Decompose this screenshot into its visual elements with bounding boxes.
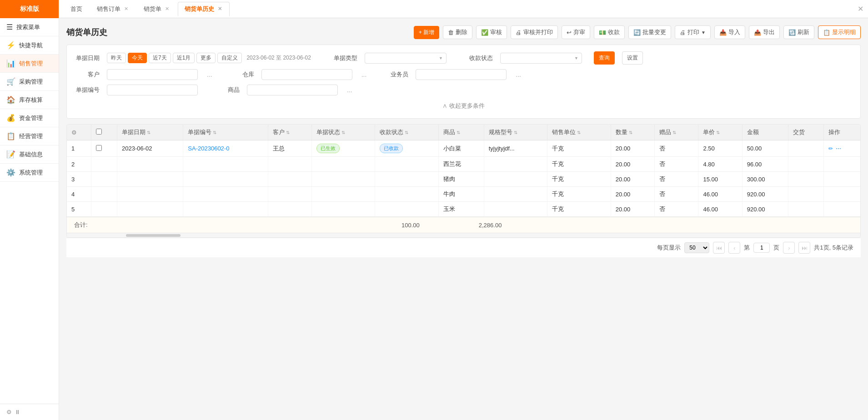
doc-type-select[interactable] [365, 53, 447, 64]
sidebar-settings-icon[interactable]: ⚙ [6, 409, 12, 415]
delete-button[interactable]: 🗑 删除 [443, 25, 472, 39]
sidebar-item-sys-mgmt[interactable]: ⚙️ 系统管理 [0, 164, 59, 182]
tab-sales-history[interactable]: 销货单历史 ✕ [178, 2, 230, 16]
sidebar-collapse-icon[interactable]: ⏸ [15, 409, 20, 415]
tab-sales-order[interactable]: 销售订单 ✕ [90, 2, 136, 16]
th-qty[interactable]: 数量⇅ [611, 125, 654, 140]
horizontal-scrollbar[interactable] [67, 233, 860, 237]
batch-change-button[interactable]: 🔄 批量变更 [628, 25, 671, 39]
select-all-checkbox[interactable] [96, 129, 102, 135]
sidebar-item-quick-nav[interactable]: ⚡ 快捷导航 [0, 36, 59, 55]
goods-input[interactable] [247, 85, 338, 95]
tab-sales-order-close[interactable]: ✕ [123, 5, 129, 13]
th-gear[interactable]: ⚙ [67, 125, 91, 140]
staff-ellipsis[interactable]: ... [516, 71, 521, 78]
page-number-input[interactable] [753, 243, 770, 253]
sidebar-item-funds-mgmt[interactable]: 💰 资金管理 [0, 109, 59, 127]
goods-ellipsis[interactable]: ... [347, 86, 352, 94]
filter-collapse-btn[interactable]: ∧ 收起更多条件 [74, 100, 853, 112]
date-label: 单据日期 [74, 54, 100, 62]
goods-label: 商品 [214, 86, 240, 94]
warehouse-ellipsis[interactable]: ... [361, 71, 367, 78]
audit-button[interactable]: ✅ 审核 [476, 25, 507, 39]
abandon-button[interactable]: ↩ 弃审 [562, 25, 590, 39]
customer-ellipsis[interactable]: ... [207, 71, 212, 78]
table-header-row: ⚙ 单据日期⇅ 单据编号⇅ 客户⇅ 单据状态⇅ 收款状态⇅ 商品⇅ 规格型号⇅ … [67, 125, 860, 140]
quick-nav-icon: ⚡ [6, 41, 15, 50]
sidebar-item-stock-calc[interactable]: 🏠 库存核算 [0, 91, 59, 109]
cell-qty: 20.00 [611, 140, 654, 157]
date-btn-7days[interactable]: 近7天 [149, 53, 171, 63]
delete-icon: 🗑 [448, 29, 454, 36]
th-customer[interactable]: 客户⇅ [268, 125, 311, 140]
settings-button[interactable]: 设置 [622, 51, 643, 65]
refresh-button[interactable]: 🔃 刷新 [783, 25, 814, 39]
query-button[interactable]: 查询 [594, 51, 615, 65]
date-btn-more[interactable]: 更多 [196, 53, 216, 63]
th-gift[interactable]: 赠品⇅ [655, 125, 698, 140]
sidebar-logo: 标准版 [0, 0, 59, 18]
tab-sales-goods-close[interactable]: ✕ [164, 5, 170, 13]
cell-trade [788, 157, 823, 172]
tab-home[interactable]: 首页 [64, 2, 89, 16]
sidebar-item-ops-mgmt[interactable]: 📋 经营管理 [0, 127, 59, 145]
date-btn-custom[interactable]: 自定义 [217, 53, 242, 63]
page-prev-btn[interactable]: ‹ [728, 242, 740, 254]
sidebar-item-search-menu[interactable]: ☰ 搜索菜单 [0, 18, 59, 36]
abandon-icon: ↩ [567, 29, 572, 36]
add-button[interactable]: + 新增 [414, 26, 439, 39]
doc-status-badge: 已生效 [316, 144, 340, 153]
audit-print-button[interactable]: 🖨 审核并打印 [511, 25, 558, 39]
print-button[interactable]: 🖨 打印 ▼ [675, 25, 711, 39]
cell-price: 15.00 [698, 172, 742, 187]
page-last-btn[interactable]: ⏭ [798, 242, 810, 254]
table-footer: 合计: 100.00 2,286.00 [67, 217, 860, 233]
table-row: 5 玉米 千克 20.00 否 46.00 920.00 [67, 202, 860, 217]
cell-spec: tyjyjtyjdf... [484, 140, 547, 157]
th-goods[interactable]: 商品⇅ [438, 125, 484, 140]
collect-status-select[interactable] [500, 53, 582, 64]
th-unit[interactable]: 销售单位⇅ [547, 125, 611, 140]
sales-icon: 📊 [6, 59, 15, 68]
export-button[interactable]: 📤 导出 [749, 25, 780, 39]
date-btn-today[interactable]: 今天 [128, 53, 147, 63]
date-btn-1month[interactable]: 近1月 [173, 53, 195, 63]
date-range: 2023-06-02 至 2023-06-02 [246, 54, 311, 62]
th-doc-status[interactable]: 单据状态⇅ [311, 125, 375, 140]
th-no[interactable]: 单据编号⇅ [183, 125, 268, 140]
tab-sales-goods[interactable]: 销货单 ✕ [137, 2, 177, 16]
tab-sales-history-close[interactable]: ✕ [217, 5, 223, 13]
cell-seq: 4 [67, 187, 91, 202]
th-spec[interactable]: 规格型号⇅ [484, 125, 547, 140]
warehouse-input[interactable] [261, 69, 352, 80]
customer-input[interactable] [107, 69, 198, 80]
more-btn[interactable]: ⋯ [836, 145, 841, 152]
edit-btn[interactable]: ✏ [828, 145, 833, 152]
refresh-icon: 🔃 [788, 29, 796, 36]
staff-input[interactable] [416, 69, 507, 80]
sidebar-item-basic-info[interactable]: 📝 基础信息 [0, 145, 59, 164]
per-page-select[interactable]: 50 100 200 [684, 242, 709, 253]
sidebar-item-label: 经营管理 [19, 132, 43, 140]
page-first-btn[interactable]: ⏮ [713, 242, 725, 254]
tab-bar-close[interactable]: ✕ [858, 5, 863, 13]
sidebar-item-purchase-mgmt[interactable]: 🛒 采购管理 [0, 73, 59, 91]
export-icon: 📤 [754, 29, 761, 36]
th-price[interactable]: 单价⇅ [698, 125, 742, 140]
th-collect-status[interactable]: 收款状态⇅ [375, 125, 439, 140]
doc-no-input[interactable] [107, 85, 198, 95]
collect-status-select-wrapper [500, 53, 582, 64]
tab-bar: 首页 销售订单 ✕ 销货单 ✕ 销货单历史 ✕ ✕ [59, 0, 868, 18]
collect-button[interactable]: 💵 收款 [594, 25, 625, 39]
th-date[interactable]: 单据日期⇅ [117, 125, 183, 140]
show-detail-button[interactable]: 📋 显示明细 [818, 25, 861, 39]
date-btn-yesterday[interactable]: 昨天 [107, 53, 126, 63]
sidebar-item-label: 系统管理 [19, 169, 43, 177]
cell-price: 46.00 [698, 202, 742, 217]
scrollbar-thumb[interactable] [126, 234, 181, 237]
cell-goods: 猪肉 [438, 172, 484, 187]
row-checkbox[interactable] [96, 145, 102, 151]
page-next-btn[interactable]: › [783, 242, 795, 254]
import-button[interactable]: 📥 导入 [714, 25, 745, 39]
sidebar-item-sales-mgmt[interactable]: 📊 销售管理 [0, 55, 59, 73]
